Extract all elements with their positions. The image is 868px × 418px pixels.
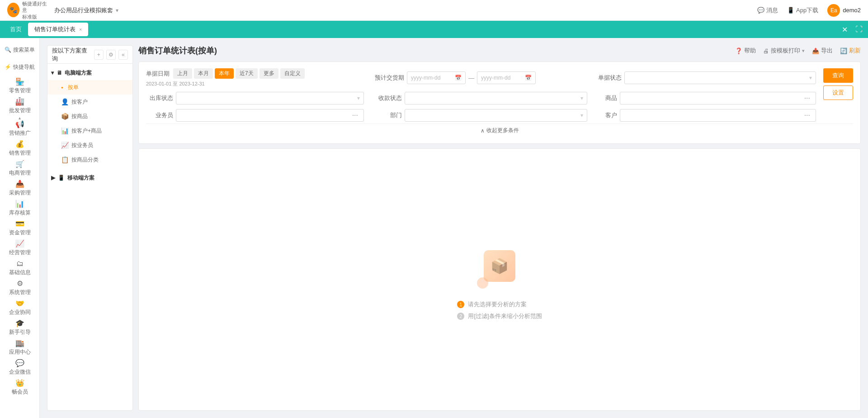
tip-num-1: 1 xyxy=(457,301,464,308)
logo-line1: 畅捷通好生意 xyxy=(22,0,47,14)
filter-order-status-cell: 单据状态 ▾ xyxy=(593,68,816,87)
results-area: 📦 1 请先选择要分析的方案 2 用[过滤]条件来缩小分析范围 xyxy=(138,148,861,411)
scheme-item-by-order[interactable]: ● 按单 xyxy=(47,80,132,95)
date-btn-this-month[interactable]: 本月 xyxy=(194,68,213,79)
salesperson-select[interactable]: ··· xyxy=(176,109,364,122)
customer-select[interactable]: ··· xyxy=(620,109,816,122)
goods-select[interactable]: ··· xyxy=(620,92,816,104)
sidebar-item-appstore[interactable]: 🏬 应用中心 xyxy=(0,337,39,357)
export-button[interactable]: 📤 导出 xyxy=(812,47,833,55)
user-menu[interactable]: Ea demo2 xyxy=(827,4,861,17)
scheme-item-by-goods[interactable]: 📦 按商品 xyxy=(47,109,132,124)
page-title: 销售订单统计表(按单) xyxy=(138,45,217,56)
customer-goods-scheme-icon: 📊 xyxy=(61,127,69,134)
help-label: 帮助 xyxy=(744,47,756,55)
settings-button[interactable]: 设置 xyxy=(823,86,853,100)
empty-state: 📦 1 请先选择要分析的方案 2 用[过滤]条件来缩小分析范围 xyxy=(457,239,542,320)
app-download-button[interactable]: 📱 App下载 xyxy=(787,6,818,14)
sidebar-item-member[interactable]: 👑 畅会员 xyxy=(0,377,39,397)
sidebar-item-member-label: 畅会员 xyxy=(12,388,28,396)
print-button[interactable]: 🖨 按模板打印 ▾ xyxy=(763,47,805,55)
search-icon: 🔍 xyxy=(5,47,11,53)
refresh-button[interactable]: 🔄 刷新 xyxy=(840,47,861,55)
goods-more-icon[interactable]: ··· xyxy=(802,94,812,102)
sidebar-item-wechat[interactable]: 💬 企业微信 xyxy=(0,357,39,377)
quick-nav-button[interactable]: ⚡ 快捷导航 xyxy=(2,59,38,75)
logo-area: 🐾 畅捷通好生意 标准版 xyxy=(7,0,47,20)
date-btn-more[interactable]: 更多 xyxy=(259,68,278,79)
sidebar-item-basic[interactable]: 🗂 基础信息 xyxy=(0,258,39,278)
mobile-scheme-group-header[interactable]: ▶ 📱 移动端方案 xyxy=(47,171,132,185)
sidebar-item-marketing[interactable]: 📢 营销推广 xyxy=(0,119,39,138)
logo-line2: 标准版 xyxy=(22,14,47,20)
scheme-item-by-customer[interactable]: 👤 按客户 xyxy=(47,95,132,109)
sidebar-item-wholesale[interactable]: 🏭 批发管理 ▴ xyxy=(0,99,39,119)
collapse-filters-button[interactable]: ∧ 收起更多条件 xyxy=(146,124,853,137)
add-scheme-button[interactable]: + xyxy=(94,50,104,60)
user-name: demo2 xyxy=(843,7,861,14)
sidebar-item-system[interactable]: ⚙ 系统管理 xyxy=(0,278,39,298)
settings-scheme-button[interactable]: ⚙ xyxy=(106,50,116,60)
order-status-select[interactable]: ▾ xyxy=(624,71,816,84)
date-btn-this-year[interactable]: 本年 xyxy=(215,68,234,79)
sidebar-item-inventory-label: 库存核算 xyxy=(9,209,31,217)
tab-home[interactable]: 首页 xyxy=(4,23,28,36)
sidebar-item-retail-label: 零售管理 xyxy=(9,87,31,95)
filter-date-cell: 单据日期 上月 本月 本年 近7天 更多 自定义 2023-01-01 至 20… xyxy=(146,68,369,87)
date-btn-custom[interactable]: 自定义 xyxy=(280,68,305,79)
date-btn-7-days[interactable]: 近7天 xyxy=(236,68,258,79)
help-button[interactable]: ❓ 帮助 xyxy=(735,47,756,55)
filter-action-column: 查询 设置 xyxy=(820,68,853,100)
dept-select[interactable]: ▾ xyxy=(405,109,587,122)
tab-close-icon[interactable]: × xyxy=(79,27,82,32)
dept-dropdown-icon: ▾ xyxy=(580,112,583,119)
pc-group-arrow-icon: ▾ xyxy=(51,70,54,76)
delivery-status-select[interactable]: ▾ xyxy=(176,92,364,104)
message-button[interactable]: 💬 消息 xyxy=(757,6,778,14)
salesperson-more-icon[interactable]: ··· xyxy=(350,111,360,119)
refresh-label: 刷新 xyxy=(849,47,861,55)
sidebar-item-finance[interactable]: 💳 资金管理 xyxy=(0,218,39,238)
quick-nav-label: 快捷导航 xyxy=(13,63,35,71)
date-btn-last-month[interactable]: 上月 xyxy=(173,68,192,79)
enterprise-icon: 🤝 xyxy=(15,299,24,308)
scheme-item-by-goods-category[interactable]: 📋 按商品分类 xyxy=(47,152,132,167)
sidebar-item-purchase-label: 采购管理 xyxy=(9,189,31,197)
maximize-window-button[interactable]: ⛶ xyxy=(854,24,864,35)
member-icon: 👑 xyxy=(15,379,24,387)
sidebar-item-sales[interactable]: 💰 销售管理 xyxy=(0,138,39,158)
sidebar-item-retail[interactable]: 🏪 零售管理 ▾ xyxy=(0,79,39,99)
date-label: 单据日期 xyxy=(146,70,170,78)
scheme-panel-header: 按以下方案查询 + ⚙ « xyxy=(47,46,132,64)
sidebar-item-purchase[interactable]: 📥 采购管理 xyxy=(0,178,39,198)
sidebar-item-newbie[interactable]: 🎓 新手引导 xyxy=(0,318,39,337)
scheme-item-by-customer-goods[interactable]: 📊 按客户+商品 xyxy=(47,124,132,138)
sidebar-item-operations[interactable]: 📈 经营管理 xyxy=(0,238,39,258)
sidebar-item-inventory[interactable]: 📊 库存核算 xyxy=(0,198,39,218)
close-window-button[interactable]: ✕ xyxy=(839,24,850,35)
scheme-item-by-salesperson[interactable]: 📈 按业务员 xyxy=(47,138,132,152)
sidebar-item-marketing-label: 营销推广 xyxy=(9,129,31,137)
sidebar-item-ecommerce[interactable]: 🛒 电商管理 xyxy=(0,158,39,178)
customer-more-icon[interactable]: ··· xyxy=(802,111,812,119)
mobile-group-label: 移动端方案 xyxy=(67,174,94,182)
tab-sales-order-stats[interactable]: 销售订单统计表 × xyxy=(28,23,88,36)
collapse-label: 收起更多条件 xyxy=(486,127,519,134)
query-button[interactable]: 查询 xyxy=(823,68,853,83)
expected-date-end-input[interactable]: yyyy-mm-dd 📅 xyxy=(477,71,536,84)
logo-icon: 🐾 xyxy=(7,3,19,17)
sidebar-top: 🔍 搜索菜单 ⚡ 快捷导航 xyxy=(0,38,39,79)
right-panel: 销售订单统计表(按单) ❓ 帮助 🖨 按模板打印 ▾ 📤 xyxy=(138,45,861,411)
sidebar-item-wholesale-label: 批发管理 xyxy=(9,107,31,114)
collapse-panel-button[interactable]: « xyxy=(118,50,128,60)
receipt-status-select[interactable]: ▾ xyxy=(405,92,587,104)
pc-scheme-group-header[interactable]: ▾ 🖥 电脑端方案 xyxy=(47,66,132,80)
export-icon: 📤 xyxy=(812,48,819,54)
expected-date-start-input[interactable]: yyyy-mm-dd 📅 xyxy=(407,71,466,84)
sidebar-item-enterprise[interactable]: 🤝 企业协同 xyxy=(0,298,39,318)
filter-goods-cell: 商品 ··· xyxy=(593,92,816,104)
system-selector[interactable]: 办公用品行业模拟账套 ▾ xyxy=(47,6,757,14)
search-menu-button[interactable]: 🔍 搜索菜单 xyxy=(2,42,38,58)
scheme-by-goods-category-label: 按商品分类 xyxy=(71,156,99,164)
page-title-bar: 销售订单统计表(按单) ❓ 帮助 🖨 按模板打印 ▾ 📤 xyxy=(138,45,861,56)
